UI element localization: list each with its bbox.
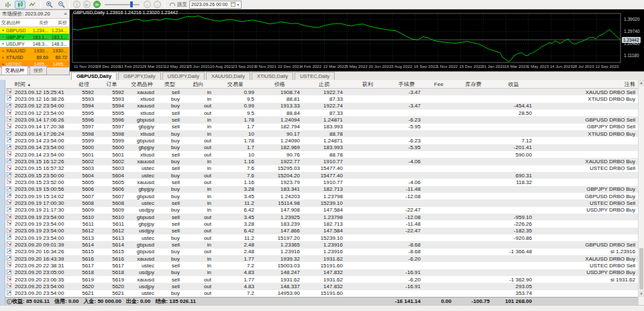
speed-slider-thumb[interactable]: [130, 1, 133, 7]
history-row[interactable]: 2023.09.19 23:54:0056115611gbpjpysellout…: [5, 220, 638, 227]
cell-volume: 1.78: [214, 117, 257, 123]
history-col-header[interactable]: 止损: [303, 81, 345, 88]
chart-tab-ustec[interactable]: USTEC,Daily: [294, 72, 335, 80]
history-row[interactable]: 2023.09.12 23:54:0055945594xauusdbuyout0…: [5, 103, 638, 109]
history-row[interactable]: 2023.09.15 23:52:0056055605xauusdsellout…: [5, 179, 638, 185]
market-watch-row[interactable]: ▲XAUUSD1930...1930...: [0, 47, 69, 54]
cell-deal: 5619: [71, 277, 97, 283]
zoom-in-button[interactable]: [44, 1, 54, 9]
speed-slider[interactable]: [105, 1, 140, 8]
cell-price: 90.76: [257, 152, 303, 158]
history-row[interactable]: 2023.09.19 23:54:0056125612usdjpysellout…: [5, 228, 638, 234]
history-col-header[interactable]: 库存费: [454, 81, 492, 88]
cell-sl: 15477.40: [303, 173, 345, 179]
tab-symbols[interactable]: 交易品种: [1, 66, 28, 75]
close-icon[interactable]: ×: [64, 11, 67, 17]
history-row[interactable]: 2023.09.20 23:54:0056215621ustecbuyout7.…: [5, 290, 638, 297]
history-col-header[interactable]: Fee: [423, 81, 454, 87]
history-row[interactable]: 2023.09.19 15:14:0256075607gbpusdbuyin3.…: [5, 193, 638, 199]
chart-tab-usdjpy[interactable]: USDJPY,Daily: [162, 72, 205, 80]
history-col-header[interactable]: 交易品种: [127, 81, 157, 88]
zoom-out-button[interactable]: [56, 1, 66, 9]
history-row[interactable]: 2023.09.15 16:12:2656025602xauusdbuyin1.…: [5, 158, 638, 165]
history-row[interactable]: 2023.09.14 23:54:0055995599gbpusdbuyout1…: [5, 137, 638, 144]
cell-volume: 11.2: [214, 200, 257, 206]
market-watch-row[interactable]: ▼GBPUSD1.234...1.234...: [0, 27, 69, 34]
col-symbol[interactable]: 交易品种: [0, 19, 30, 26]
history-row[interactable]: 2023.09.12 23:54:0055955595xtiusdsellout…: [5, 109, 638, 116]
cell-volume: 3.45: [214, 193, 257, 199]
history-col-header[interactable]: 时间 ▲: [12, 81, 71, 88]
market-watch-row[interactable]: ▼USDJPY148.3...148.3...: [0, 40, 69, 47]
toolbar-separator: [69, 1, 70, 8]
cell-deal: 5621: [71, 290, 97, 296]
col-ask[interactable]: 买价: [50, 19, 68, 26]
history-col-header[interactable]: 类型: [157, 81, 182, 88]
cell-type: buy: [157, 173, 182, 179]
buy-deal-icon: [7, 130, 11, 136]
cell-deal: 5615: [71, 249, 97, 255]
skip-to-date-input[interactable]: 2023.09.26 00:00 ▼: [189, 1, 241, 9]
chart-tab-gbpusd[interactable]: GBPUSD,Daily: [71, 72, 117, 80]
history-col-header[interactable]: 处理: [71, 81, 97, 88]
history-col-header[interactable]: 价格: [257, 81, 303, 88]
history-row[interactable]: 2023.09.15 23:50:0056045604ustecbuyout7.…: [5, 172, 638, 179]
calendar-icon[interactable]: [231, 2, 235, 7]
history-col-header[interactable]: 交易量: [214, 81, 257, 88]
cell-symbol: ustec: [127, 290, 157, 296]
history-row[interactable]: 2023.09.12 16:38:2655935593xtiusdbuyin9.…: [5, 95, 638, 102]
price-chart[interactable]: [70, 9, 644, 71]
history-row[interactable]: 2023.09.12 15:25:4155925592xauusdsellin0…: [5, 89, 638, 95]
history-row[interactable]: 2023.09.14 23:54:0056005600gbpjpybuyout1…: [5, 144, 638, 151]
history-scrollbar[interactable]: ▲ ▼: [638, 80, 644, 305]
history-row[interactable]: 2023.09.19 23:54:0056135613ustecbuyout11…: [5, 234, 638, 241]
history-row[interactable]: 2023.09.19 17:00:3056085608ustecsellin11…: [5, 199, 638, 206]
history-row[interactable]: 2023.09.20 09:01:3956145614gbpusdsellin2…: [5, 241, 638, 248]
history-col-header[interactable]: 注释: [535, 81, 638, 88]
chart-tab-gbpjpy[interactable]: GBPJPY,Daily: [118, 72, 160, 80]
cell-order: 5616: [97, 256, 127, 262]
sell-deal-icon: [7, 199, 11, 205]
history-row[interactable]: 2023.09.20 16:34:2656155615gbpusdbuyout2…: [5, 249, 638, 255]
chart-tab-xauusd[interactable]: XAUUSD,Daily: [206, 72, 250, 80]
chart-tab-xtiusd[interactable]: XTIUSD,Daily: [252, 72, 293, 80]
history-row[interactable]: 2023.09.20 22:38:3156175617ustecsellin7.…: [5, 262, 638, 269]
cell-direction: in: [182, 186, 214, 192]
history-row[interactable]: 2023.09.19 21:17:3056095609usdjpybuyin6.…: [5, 207, 638, 214]
history-row[interactable]: 2023.09.19 15:00:5656065606gbpjpybuyin3.…: [5, 186, 638, 193]
bar-chart-button[interactable]: [3, 1, 13, 9]
ask-value: 89.72: [50, 55, 68, 60]
history-row[interactable]: 2023.09.14 17:20:3855975597gbpjpysellin1…: [5, 124, 638, 130]
candlestick-chart-button[interactable]: [15, 1, 25, 9]
scroll-up-icon[interactable]: ▲: [639, 80, 644, 86]
cell-time: 2023.09.19 23:54:00: [12, 214, 71, 220]
col-bid[interactable]: 卖价: [30, 19, 50, 26]
buy-deal-icon: [7, 234, 11, 240]
history-row[interactable]: 2023.09.19 23:54:0056105610gbpusdsellout…: [5, 214, 638, 220]
history-row[interactable]: 2023.09.20 23:05:0056185618usdjpybuyin4.…: [5, 269, 638, 276]
history-row[interactable]: 2023.09.20 23:06:3556195619xauusdsellout…: [5, 276, 638, 283]
history-row[interactable]: 2023.09.20 23:54:0056205620usdjpysellout…: [5, 283, 638, 290]
history-row[interactable]: 2023.09.14 23:54:0056015601xtiusdsellout…: [5, 151, 638, 158]
chart-window[interactable]: GBPUSD,Daily 1.23916 1.24216 1.23020 1.2…: [70, 9, 644, 71]
cell-deal: 5593: [71, 96, 97, 102]
tab-ticks[interactable]: 报价: [30, 66, 47, 75]
market-watch-row[interactable]: ▲XTIUSD89.6989.72: [0, 54, 69, 60]
history-col-header[interactable]: 手续费: [390, 81, 423, 88]
history-col-header[interactable]: 收益: [492, 81, 535, 88]
history-col-header[interactable]: 获利: [345, 81, 390, 88]
history-col-header[interactable]: 订单: [97, 81, 127, 88]
line-chart-button[interactable]: [27, 1, 38, 9]
market-watch-row[interactable]: ▼GBPJPY183.1...183.1...: [0, 34, 69, 40]
calendar-dropdown-icon[interactable]: ▼: [237, 3, 240, 7]
history-row[interactable]: 2023.09.15 16:57:3256035603ustecsellin7.…: [5, 165, 638, 172]
scroll-down-icon[interactable]: ▼: [639, 291, 644, 297]
history-row[interactable]: 2023.09.20 16:43:3956165616xauusdbuyin1.…: [5, 255, 638, 262]
fast-forward-button[interactable]: ≫: [93, 1, 101, 8]
history-row[interactable]: 2023.09.14 17:06:2655965596gbpusdsellin1…: [5, 116, 638, 123]
scrollbar-thumb[interactable]: [639, 248, 643, 290]
history-col-header[interactable]: 趋向: [182, 81, 214, 88]
history-row[interactable]: 2023.09.14 17:26:2455985598xtiusdbuyin10…: [5, 130, 638, 137]
cell-type: buy: [157, 103, 182, 109]
cell-order: 5604: [97, 173, 127, 179]
